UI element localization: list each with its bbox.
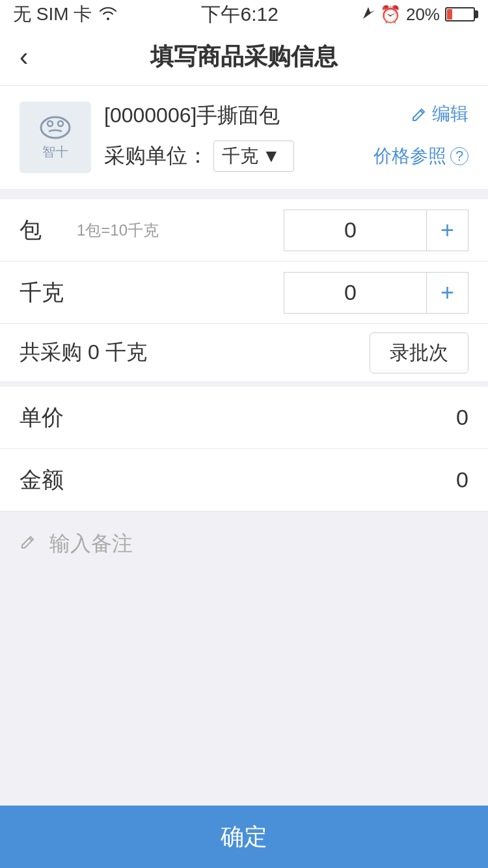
time-display: 下午6:12 [201,1,278,28]
kg-number-input[interactable] [284,272,427,314]
price-section: 单价 0 金额 0 [0,387,488,511]
kg-input-row: 千克 + [0,262,488,324]
back-button[interactable]: ‹ [20,36,34,78]
product-info: [0000006]手撕面包 编辑 采购单位： 千克 ▼ 价格参照 ? [104,102,468,172]
price-reference-button[interactable]: 价格参照 ? [373,144,468,169]
no-sim-text: 无 SIM 卡 [13,2,92,27]
bao-label: 包 [20,215,72,245]
summary-text: 共采购 0 千克 [20,338,147,367]
pencil-icon [20,531,39,555]
unit-price-value: 0 [456,405,468,430]
price-ref-label: 价格参照 [373,144,446,169]
location-icon [362,5,375,25]
bao-sub-label: 1包=10千克 [77,220,284,241]
section-divider-1 [0,194,488,199]
amount-label: 金额 [20,465,64,495]
product-header: [0000006]手撕面包 编辑 [104,102,468,130]
edit-button[interactable]: 编辑 [411,102,468,126]
wifi-icon [98,4,118,25]
amount-row: 金额 0 [0,449,488,511]
bao-number-input[interactable] [284,210,427,251]
svg-point-2 [58,121,63,126]
status-left: 无 SIM 卡 [13,2,118,27]
product-name: [0000006]手撕面包 [104,102,280,130]
record-batch-button[interactable]: 录批次 [370,332,468,373]
info-icon: ? [450,147,468,165]
amount-value: 0 [456,467,468,493]
unit-price-label: 单价 [20,403,64,433]
kg-input-wrap: + [284,272,468,314]
input-section: 包 1包=10千克 + 千克 + [0,199,488,324]
unit-value: 千克 [222,144,258,169]
battery-icon [445,7,475,21]
svg-point-1 [47,121,53,126]
unit-prefix-label: 采购单位： [104,142,208,170]
product-card: 智十 [0000006]手撕面包 编辑 采购单位： 千克 ▼ 价格参照 [0,86,488,194]
battery-percent: 20% [406,5,440,25]
kg-plus-button[interactable]: + [427,272,468,314]
unit-price-row: 单价 0 [0,387,488,449]
nav-bar: ‹ 填写商品采购信息 [0,29,488,86]
remark-placeholder: 输入备注 [49,530,133,558]
summary-row: 共采购 0 千克 录批次 [0,324,488,387]
product-thumbnail: 智十 [20,102,91,173]
page-title: 填写商品采购信息 [150,41,338,73]
bao-plus-button[interactable]: + [427,210,468,251]
status-bar: 无 SIM 卡 下午6:12 ⏰ 20% [0,0,488,29]
product-unit-row: 采购单位： 千克 ▼ 价格参照 ? [104,141,468,172]
bottom-spacer [0,707,488,769]
confirm-button[interactable]: 确定 [0,806,488,868]
dropdown-arrow: ▼ [262,146,280,167]
unit-select-dropdown[interactable]: 千克 ▼ [213,141,294,172]
edit-label: 编辑 [432,102,468,126]
kg-label: 千克 [20,278,72,308]
svg-point-0 [41,117,70,138]
alarm-icon: ⏰ [380,5,401,25]
bao-input-wrap: + [284,210,468,251]
bao-input-row: 包 1包=10千克 + [0,199,488,262]
status-right: ⏰ 20% [362,5,475,25]
remark-section[interactable]: 输入备注 [0,511,488,707]
